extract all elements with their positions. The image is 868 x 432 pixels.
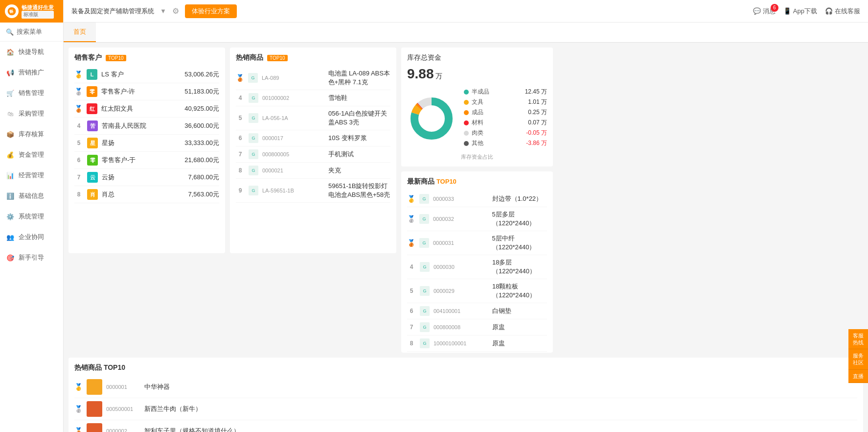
rank-item[interactable]: 7 云 云扬 7,680.00元 (74, 169, 219, 186)
sales-customers-header: 销售客户 TOP10 (74, 53, 219, 62)
search-icon: 🔍 (6, 28, 14, 36)
rank-name: 苦南县人民医院 (102, 121, 181, 130)
product-name: 白钢垫 (492, 307, 547, 315)
dropdown-icon[interactable]: ▼ (160, 7, 166, 15)
legend-label: 材料 (464, 119, 528, 127)
hot-product-scroll-item[interactable]: 6 G 0000017 10S 变料罗浆 (236, 130, 390, 146)
sales-customers-list: 🥇 L LS 客户 53,006.26元 🥈 零 零售客户-许 51,183.0… (74, 66, 219, 203)
latest-product-item[interactable]: 🥈 G 0000032 5层多层（1220*2440） (407, 207, 547, 231)
float-service-hotline[interactable]: 客服热线 (848, 329, 868, 350)
product-img: G (249, 149, 258, 159)
search-menu[interactable]: 🔍 搜索菜单 (0, 23, 63, 42)
tab-home[interactable]: 首页 (64, 23, 96, 42)
product-img-sm: G (420, 322, 430, 332)
latest-product-item[interactable]: 9 G 0000028 体碱荔枝味苏打饮品400毫升（1*15） (407, 352, 547, 353)
latest-product-item[interactable]: 7 G 000800008 原盅 (407, 319, 547, 336)
message-btn[interactable]: 💬 消息 6 (753, 7, 776, 16)
sidebar-item-label: 经营管理 (19, 171, 44, 180)
rank-item[interactable]: 8 肖 肖总 7,563.00元 (74, 186, 219, 203)
latest-product-item[interactable]: 8 G 10000100001 原盅 (407, 336, 547, 352)
donut-chart (407, 94, 456, 143)
hot-product-item[interactable]: 🥉 0000002 智利车子里（规格不知道填什么） (74, 420, 857, 432)
hot-product-scroll-item[interactable]: 🥉 G LA-089 电池盖 LA-089 ABS本色+黑种 7.1克 (236, 66, 390, 90)
rank-item[interactable]: 🥉 红 红太阳文具 40,925.00元 (74, 100, 219, 118)
product-name: 原盅 (492, 339, 547, 348)
sidebar-item-purchase[interactable]: 🛍 采购管理 (0, 103, 63, 124)
product-name: 电池盖 LA-089 ABS本色+黑种 7.1克 (328, 69, 391, 87)
inventory-panel: 库存总资金 9.88 万 (401, 48, 553, 167)
sidebar-item-system[interactable]: ⚙️ 系统管理 (0, 206, 63, 227)
hot-product-scroll-item[interactable]: 7 G 000800005 手机测试 (236, 146, 390, 163)
settings-icon[interactable]: ⚙ (172, 6, 179, 16)
latest-product-item[interactable]: 🥇 G 0000033 封边带（1.0*22） (407, 191, 547, 207)
latest-top-label: TOP10 (436, 178, 457, 185)
headset-icon: 🎧 (825, 7, 833, 15)
sidebar-item-label: 企业协同 (19, 233, 44, 241)
app-label: App下载 (793, 7, 817, 16)
legend-dot (464, 131, 469, 136)
hot-product-item[interactable]: 🥈 000500001 新西兰牛肉（新牛） (74, 398, 857, 420)
rank-name: 零售客户-许 (101, 87, 181, 96)
inventory-legend: 半成品 12.45 万 文具 1.01 万 成品 0.25 万 材料 0.07 … (464, 88, 547, 149)
rank-number: 8 (407, 340, 416, 347)
hot-product-scroll-item[interactable]: 8 G 0000021 夹克 (236, 163, 390, 179)
medal-icon: 🥇 (74, 71, 83, 78)
product-code: 0000002 (106, 428, 140, 432)
medal-icon: 🥈 (74, 405, 83, 413)
rank-avatar: 零 (87, 155, 98, 166)
sidebar-item-marketing[interactable]: 📢 营销推广 (0, 62, 63, 83)
sidebar-item-label: 销售管理 (19, 89, 44, 97)
sidebar-item-enterprise[interactable]: 👥 企业协同 (0, 227, 63, 247)
product-img-sm: G (419, 194, 429, 204)
latest-product-item[interactable]: 5 G 0000029 18颗粒板（1220*2440） (407, 279, 547, 303)
product-img: G (249, 113, 258, 123)
rank-item[interactable]: 6 零 零售客户-于 21,680.00元 (74, 152, 219, 169)
legend-value: 0.07 万 (528, 119, 547, 127)
app-download-btn[interactable]: 📱 App下载 (783, 7, 817, 16)
latest-product-item[interactable]: 🥉 G 0000031 5层中纤（1220*2440） (407, 231, 547, 255)
product-name: 5层中纤（1220*2440） (492, 234, 548, 252)
sidebar-item-label: 采购管理 (19, 109, 44, 118)
product-code: 0000017 (262, 135, 324, 141)
megaphone-icon: 📢 (6, 68, 15, 77)
sidebar-item-guide[interactable]: 🎯 新手引导 (0, 247, 63, 268)
rank-avatar: L (87, 69, 97, 80)
rank-item[interactable]: 4 苦 苦南县人民医院 36,600.00元 (74, 118, 219, 135)
sidebar-item-home[interactable]: 🏠 快捷导航 (0, 42, 63, 62)
float-service-community[interactable]: 服务社区 (848, 349, 868, 370)
sidebar-item-inventory[interactable]: 📦 库存核算 (0, 124, 63, 144)
hot-product-scroll-item[interactable]: 5 G LA-056-1A 056-1A白色按键开关盖ABS 3壳 (236, 106, 390, 130)
trial-button[interactable]: 体验行业方案 (185, 4, 237, 18)
product-code: 0000032 (433, 216, 488, 222)
message-icon: 💬 (753, 7, 761, 15)
sidebar-item-label: 系统管理 (19, 212, 44, 221)
header-right: 💬 消息 6 📱 App下载 🎧 在线客服 (753, 7, 860, 16)
sidebar-item-basic[interactable]: ℹ️ 基础信息 (0, 186, 63, 206)
rank-item[interactable]: 🥇 L LS 客户 53,006.26元 (74, 66, 219, 83)
rank-value: 40,925.00元 (184, 104, 219, 113)
float-service-live[interactable]: 直播 (848, 370, 868, 383)
product-name: 59651-1B旋转投影灯电池盒ABS黑色+58壳 (328, 182, 390, 199)
product-name: 新西兰牛肉（新牛） (144, 405, 857, 413)
sidebar-item-sales[interactable]: 🛒 销售管理 (0, 83, 63, 103)
rank-avatar: 星 (87, 138, 98, 148)
online-service-btn[interactable]: 🎧 在线客服 (825, 7, 860, 16)
hot-product-scroll-item[interactable]: 9 G LA-59651-1B 59651-1B旋转投影灯电池盒ABS黑色+58… (236, 179, 390, 203)
hot-product-scroll-item[interactable]: 4 G 001000002 雪地鞋 (236, 90, 390, 106)
rank-item[interactable]: 5 星 星扬 33,333.00元 (74, 135, 219, 152)
rank-item[interactable]: 🥈 零 零售客户-许 51,183.00元 (74, 83, 219, 100)
sidebar-item-operations[interactable]: 📊 经营管理 (0, 165, 63, 186)
hot-product-item[interactable]: 🥇 0000001 中华神器 (74, 376, 857, 398)
latest-product-item[interactable]: 4 G 0000030 18多层（1220*2440） (407, 255, 547, 279)
product-img (87, 401, 102, 417)
product-name: 中华神器 (144, 383, 857, 391)
right-column: 库存总资金 9.88 万 (401, 48, 553, 353)
medal-icon: 🥉 (74, 427, 83, 432)
product-img: G (249, 93, 258, 103)
hot-products-title: 热销商品 TOP10 (74, 363, 125, 372)
product-name: 18颗粒板（1220*2440） (492, 282, 547, 300)
sidebar-item-finance[interactable]: 💰 资金管理 (0, 144, 63, 165)
latest-product-item[interactable]: 6 G 004100001 白钢垫 (407, 303, 547, 319)
inventory-unit: 万 (435, 72, 442, 80)
float-service: 客服热线 服务社区 直播 (848, 329, 868, 383)
